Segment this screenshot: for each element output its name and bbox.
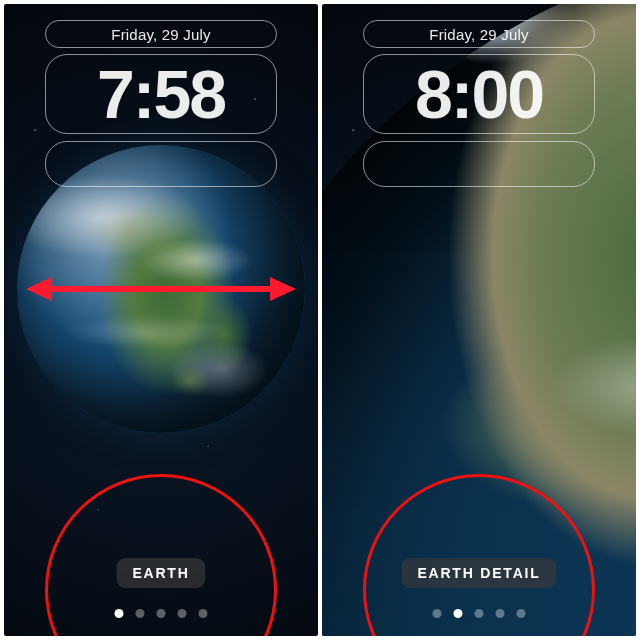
bottom-widget-slot[interactable] xyxy=(45,141,277,187)
page-dot[interactable] xyxy=(178,609,187,618)
bottom-widget-slot[interactable] xyxy=(363,141,595,187)
page-indicator[interactable] xyxy=(115,609,208,618)
page-dot[interactable] xyxy=(433,609,442,618)
wallpaper-name-label: EARTH xyxy=(132,565,189,581)
page-indicator[interactable] xyxy=(433,609,526,618)
wallpaper-name-pill: EARTH DETAIL xyxy=(401,558,556,588)
date-label: Friday, 29 July xyxy=(429,26,528,43)
wallpaper-name-label: EARTH DETAIL xyxy=(417,565,540,581)
time-widget-slot[interactable]: 8:00 xyxy=(363,54,595,134)
time-label: 8:00 xyxy=(415,60,543,128)
wallpaper-name-pill: EARTH xyxy=(116,558,205,588)
page-dot[interactable] xyxy=(199,609,208,618)
lockscreen-right[interactable]: Friday, 29 July 8:00 EARTH DETAIL xyxy=(322,4,636,636)
page-dot[interactable] xyxy=(157,609,166,618)
page-dot[interactable] xyxy=(517,609,526,618)
time-widget-slot[interactable]: 7:58 xyxy=(45,54,277,134)
earth-globe-icon xyxy=(17,145,305,433)
page-dot[interactable] xyxy=(136,609,145,618)
date-widget-slot[interactable]: Friday, 29 July xyxy=(363,20,595,48)
time-label: 7:58 xyxy=(97,60,225,128)
lockscreen-left[interactable]: Friday, 29 July 7:58 EARTH xyxy=(4,4,318,636)
page-dot[interactable] xyxy=(115,609,124,618)
page-dot[interactable] xyxy=(496,609,505,618)
page-dot[interactable] xyxy=(475,609,484,618)
date-widget-slot[interactable]: Friday, 29 July xyxy=(45,20,277,48)
date-label: Friday, 29 July xyxy=(111,26,210,43)
page-dot[interactable] xyxy=(454,609,463,618)
